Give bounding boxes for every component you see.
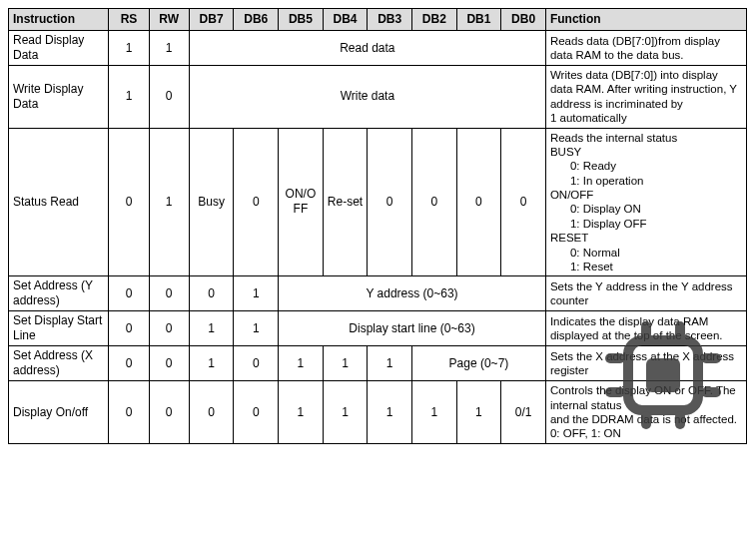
cell-db3: 1: [368, 381, 412, 444]
table-row: Display On/off 0 0 0 0 1 1 1 1 1 0/1 Con…: [9, 381, 747, 444]
cell-rw: 1: [149, 31, 189, 66]
func-line: 0: Ready: [550, 159, 616, 173]
cell-db4: Re-set: [323, 128, 368, 276]
cell-rw: 0: [149, 311, 189, 346]
cell-db5: 1: [279, 346, 324, 381]
cell-function: Reads the internal status BUSY 0: Ready …: [545, 128, 746, 276]
cell-db6: 0: [234, 381, 279, 444]
func-line: 1: Reset: [550, 260, 613, 273]
cell-rw: 0: [149, 66, 189, 129]
cell-db7: 1: [189, 311, 234, 346]
table-row: Set Address (Y address) 0 0 0 1 Y addres…: [9, 276, 747, 311]
cell-db6: 0: [234, 128, 279, 276]
cell-db7: 0: [189, 381, 234, 444]
col-db4: DB4: [323, 9, 368, 31]
cell-function: Controls the display ON or OFF. The inte…: [545, 381, 746, 444]
col-function: Function: [545, 9, 746, 31]
cell-db0: 0: [501, 128, 546, 276]
cell-instruction: Write Display Data: [9, 66, 109, 129]
cell-rs: 0: [109, 311, 149, 346]
col-db1: DB1: [456, 9, 501, 31]
col-db7: DB7: [189, 9, 234, 31]
col-instruction: Instruction: [9, 9, 109, 31]
cell-function: Reads data (DB[7:0])from display data RA…: [545, 31, 746, 66]
cell-db7: Busy: [189, 128, 234, 276]
table-row: Status Read 0 1 Busy 0 ON/OFF Re-set 0 0…: [9, 128, 747, 276]
cell-instruction: Status Read: [9, 128, 109, 276]
cell-instruction: Set Address (X address): [9, 346, 109, 381]
cell-db6: 1: [234, 276, 279, 311]
func-line: RESET: [550, 232, 588, 244]
col-rw: RW: [149, 9, 189, 31]
cell-db3: 1: [368, 346, 412, 381]
cell-db-span: Page (0~7): [412, 346, 546, 381]
func-line: Controls the display ON or OFF. The inte…: [550, 384, 736, 410]
func-line: 1: In operation: [550, 174, 644, 188]
func-line: 0: Display ON: [550, 202, 641, 216]
cell-db-span: Y address (0~63): [279, 276, 546, 311]
cell-db6: 0: [234, 346, 279, 381]
col-db6: DB6: [234, 9, 279, 31]
table-row: Set Display Start Line 0 0 1 1 Display s…: [9, 311, 747, 346]
cell-db5: 1: [279, 381, 324, 444]
cell-rs: 0: [109, 128, 149, 276]
cell-db2: 0: [412, 128, 457, 276]
col-db3: DB3: [368, 9, 412, 31]
cell-rs: 0: [109, 381, 149, 444]
cell-function: Indicates the display data RAM displayed…: [545, 311, 746, 346]
cell-function: Sets the X address at the X address regi…: [545, 346, 746, 381]
cell-db-span: Read data: [189, 31, 545, 66]
cell-rs: 0: [109, 346, 149, 381]
cell-function: Writes data (DB[7:0]) into display data …: [545, 66, 746, 129]
func-line: 0: Normal: [550, 246, 620, 260]
cell-db-span: Display start line (0~63): [279, 311, 546, 346]
cell-db3: 0: [368, 128, 412, 276]
cell-rs: 1: [109, 66, 149, 129]
cell-db5: ON/OFF: [279, 128, 324, 276]
func-line: BUSY: [550, 146, 581, 158]
table-row: Write Display Data 1 0 Write data Writes…: [9, 66, 747, 129]
func-line: ON/OFF: [550, 189, 593, 201]
cell-rs: 1: [109, 31, 149, 66]
col-db0: DB0: [501, 9, 546, 31]
func-line: and the DDRAM data is not affected.: [550, 413, 737, 425]
cell-instruction: Read Display Data: [9, 31, 109, 66]
cell-db7: 1: [189, 346, 234, 381]
cell-db2: 1: [412, 381, 457, 444]
col-rs: RS: [109, 9, 149, 31]
cell-db7: 0: [189, 276, 234, 311]
cell-db1: 1: [456, 381, 501, 444]
cell-db6: 1: [234, 311, 279, 346]
table-row: Read Display Data 1 1 Read data Reads da…: [9, 31, 747, 66]
cell-rw: 0: [149, 346, 189, 381]
cell-function: Sets the Y address in the Y address coun…: [545, 276, 746, 311]
instruction-table: Instruction RS RW DB7 DB6 DB5 DB4 DB3 DB…: [8, 8, 747, 444]
cell-db4: 1: [323, 346, 368, 381]
cell-db-span: Write data: [189, 66, 545, 129]
func-line: Reads the internal status: [550, 132, 677, 144]
cell-rw: 0: [149, 381, 189, 444]
cell-instruction: Set Display Start Line: [9, 311, 109, 346]
cell-db0: 0/1: [501, 381, 546, 444]
cell-instruction: Set Address (Y address): [9, 276, 109, 311]
cell-instruction: Display On/off: [9, 381, 109, 444]
col-db2: DB2: [412, 9, 457, 31]
table-row: Set Address (X address) 0 0 1 0 1 1 1 Pa…: [9, 346, 747, 381]
func-line: 1: Display OFF: [550, 217, 647, 231]
cell-db4: 1: [323, 381, 368, 444]
col-db5: DB5: [279, 9, 324, 31]
cell-rs: 0: [109, 276, 149, 311]
cell-rw: 1: [149, 128, 189, 276]
func-line: 0: OFF, 1: ON: [550, 427, 621, 439]
cell-db1: 0: [456, 128, 501, 276]
cell-rw: 0: [149, 276, 189, 311]
table-header-row: Instruction RS RW DB7 DB6 DB5 DB4 DB3 DB…: [9, 9, 747, 31]
